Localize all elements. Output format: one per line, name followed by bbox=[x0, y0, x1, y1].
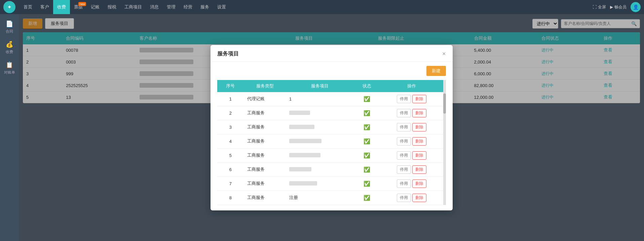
stop-button[interactable]: 停用 bbox=[397, 179, 411, 188]
nav-item-fee[interactable]: 收费 bbox=[53, 0, 70, 14]
modal-cell-seq: 6 bbox=[217, 162, 244, 176]
modal-new-button[interactable]: 新建 bbox=[426, 66, 446, 76]
top-navigation: ✦ 首页 客户 收费 票据 new 记账 报税 工商项目 消息 管理 经营 服务… bbox=[0, 0, 644, 14]
modal-cell-seq: 3 bbox=[217, 120, 244, 134]
modal-cell-seq: 5 bbox=[217, 148, 244, 162]
sidebar-item-fee[interactable]: 💰 收费 bbox=[0, 37, 19, 58]
nav-item-service[interactable]: 服务 bbox=[196, 0, 213, 14]
nav-item-ticket[interactable]: 票据 new bbox=[70, 0, 87, 14]
modal-cell-item bbox=[286, 148, 353, 162]
modal-table-row: 4 工商服务 ✅ 停用 删除 bbox=[217, 134, 443, 148]
modal-cell-type: 代理记账 bbox=[244, 92, 286, 106]
modal-cell-type: 工商服务 bbox=[244, 191, 286, 205]
status-check-icon: ✅ bbox=[364, 181, 370, 187]
modal-cell-item bbox=[286, 162, 353, 176]
service-modal: 服务项目 × 新建 序号 服务类型 服务项目 bbox=[211, 45, 453, 210]
modal-cell-item: 注册 bbox=[286, 191, 353, 205]
modal-cell-status: ✅ bbox=[353, 191, 380, 205]
modal-cell-type: 工商服务 bbox=[244, 120, 286, 134]
nav-item-operation[interactable]: 经营 bbox=[180, 0, 196, 14]
modal-cell-item: 1 bbox=[286, 92, 353, 106]
modal-cell-actions: 停用 删除 bbox=[380, 162, 443, 176]
modal-header-row: 序号 服务类型 服务项目 状态 操作 bbox=[217, 80, 443, 92]
delete-button[interactable]: 删除 bbox=[412, 137, 426, 146]
delete-button[interactable]: 删除 bbox=[412, 165, 426, 174]
modal-cell-type: 工商服务 bbox=[244, 106, 286, 120]
modal-table-row: 7 工商服务 ✅ 停用 删除 bbox=[217, 176, 443, 191]
main-content: 新增 服务项目 进行中 已结束 全部 🔍 序号 合同编码 客 bbox=[19, 14, 644, 241]
fee-icon: 💰 bbox=[6, 41, 13, 48]
modal-body: 序号 服务类型 服务项目 状态 操作 1 代理记账 1 ✅ 停用 bbox=[211, 80, 453, 210]
modal-cell-status: ✅ bbox=[353, 148, 380, 162]
modal-cell-item bbox=[286, 120, 353, 134]
nav-item-message[interactable]: 消息 bbox=[146, 0, 163, 14]
modal-cell-actions: 停用 删除 bbox=[380, 148, 443, 162]
modal-cell-seq: 7 bbox=[217, 176, 244, 191]
modal-table-row: 2 工商服务 ✅ 停用 删除 bbox=[217, 106, 443, 120]
modal-col-seq: 序号 bbox=[217, 80, 244, 92]
modal-cell-status: ✅ bbox=[353, 162, 380, 176]
delete-button[interactable]: 删除 bbox=[412, 123, 426, 131]
reconciliation-icon: 📋 bbox=[6, 61, 13, 69]
status-check-icon: ✅ bbox=[364, 153, 370, 158]
contract-icon: 📄 bbox=[6, 20, 13, 28]
delete-button[interactable]: 删除 bbox=[412, 95, 426, 103]
stop-button[interactable]: 停用 bbox=[397, 151, 411, 160]
modal-table-row: 3 工商服务 ✅ 停用 删除 bbox=[217, 120, 443, 134]
modal-cell-seq: 4 bbox=[217, 134, 244, 148]
modal-table-row: 6 工商服务 ✅ 停用 删除 bbox=[217, 162, 443, 176]
modal-cell-type: 工商服务 bbox=[244, 176, 286, 191]
stop-button[interactable]: 停用 bbox=[397, 109, 411, 117]
modal-cell-status: ✅ bbox=[353, 92, 380, 106]
nav-item-settings[interactable]: 设置 bbox=[213, 0, 230, 14]
nav-item-tax[interactable]: 报税 bbox=[104, 0, 120, 14]
modal-cell-type: 工商服务 bbox=[244, 148, 286, 162]
stop-button[interactable]: 停用 bbox=[397, 165, 411, 174]
stop-button[interactable]: 停用 bbox=[397, 123, 411, 131]
modal-cell-seq: 8 bbox=[217, 191, 244, 205]
status-check-icon: ✅ bbox=[364, 124, 370, 130]
modal-col-type: 服务类型 bbox=[244, 80, 286, 92]
delete-button[interactable]: 删除 bbox=[412, 151, 426, 160]
status-check-icon: ✅ bbox=[364, 167, 370, 172]
fullscreen-icon: ⛶ bbox=[593, 5, 597, 9]
stop-button[interactable]: 停用 bbox=[397, 95, 411, 103]
modal-cell-type: 工商服务 bbox=[244, 134, 286, 148]
modal-col-item: 服务项目 bbox=[286, 80, 353, 92]
modal-header: 服务项目 × bbox=[211, 45, 453, 62]
delete-button[interactable]: 删除 bbox=[412, 194, 426, 202]
avatar[interactable]: 👤 bbox=[631, 2, 641, 12]
stop-button[interactable]: 停用 bbox=[397, 137, 411, 146]
vip-icon: ▶ bbox=[610, 5, 613, 9]
sidebar-item-reconciliation[interactable]: 📋 对账单 bbox=[0, 58, 19, 78]
delete-button[interactable]: 删除 bbox=[412, 109, 426, 117]
delete-button[interactable]: 删除 bbox=[412, 179, 426, 188]
modal-table-row: 1 代理记账 1 ✅ 停用 删除 bbox=[217, 92, 443, 106]
sidebar-item-contract[interactable]: 📄 合同 bbox=[0, 17, 19, 37]
modal-toolbar: 新建 bbox=[211, 62, 453, 80]
modal-cell-type: 工商服务 bbox=[244, 162, 286, 176]
modal-cell-item bbox=[286, 176, 353, 191]
modal-close-button[interactable]: × bbox=[442, 50, 446, 57]
nav-item-home[interactable]: 首页 bbox=[20, 0, 36, 14]
top-nav-right: ⛶ 全屏 ▶ 畅会员 👤 bbox=[593, 2, 641, 12]
modal-table-row: 8 工商服务 注册 ✅ 停用 删除 bbox=[217, 191, 443, 205]
stop-button[interactable]: 停用 bbox=[397, 194, 411, 202]
fullscreen-button[interactable]: ⛶ 全屏 bbox=[593, 4, 606, 10]
new-badge: new bbox=[78, 2, 86, 6]
nav-item-client[interactable]: 客户 bbox=[36, 0, 53, 14]
vip-button[interactable]: ▶ 畅会员 bbox=[610, 4, 627, 10]
status-check-icon: ✅ bbox=[364, 110, 370, 116]
scroll-thumb[interactable] bbox=[443, 93, 446, 114]
nav-item-business[interactable]: 工商项目 bbox=[120, 0, 146, 14]
status-check-icon: ✅ bbox=[364, 195, 370, 201]
status-check-icon: ✅ bbox=[364, 138, 370, 144]
nav-item-manage[interactable]: 管理 bbox=[163, 0, 180, 14]
app-logo[interactable]: ✦ bbox=[3, 1, 15, 13]
status-check-icon: ✅ bbox=[364, 96, 370, 102]
nav-item-bookkeeping[interactable]: 记账 bbox=[87, 0, 104, 14]
modal-cell-actions: 停用 删除 bbox=[380, 176, 443, 191]
scrollbar[interactable] bbox=[443, 80, 446, 205]
modal-col-action: 操作 bbox=[380, 80, 443, 92]
modal-cell-item bbox=[286, 134, 353, 148]
